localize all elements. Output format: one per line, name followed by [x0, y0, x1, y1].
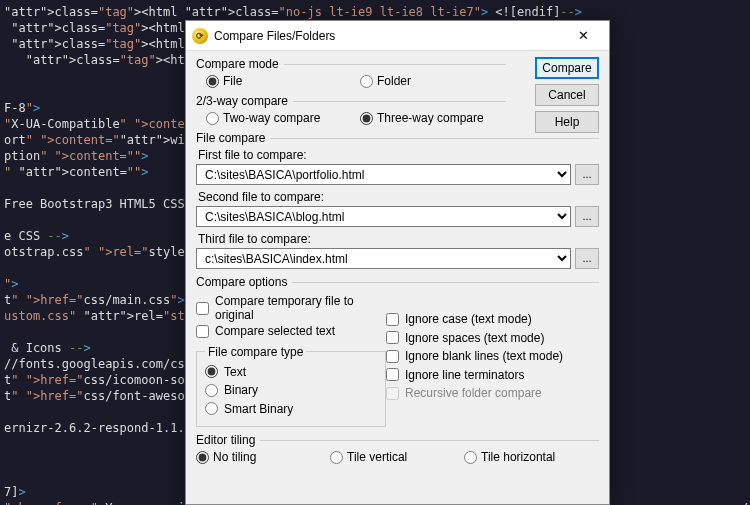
first-file-browse-button[interactable]: ... — [575, 164, 599, 185]
ignore-case-checkbox[interactable] — [386, 313, 399, 326]
cancel-button[interactable]: Cancel — [535, 84, 599, 106]
second-file-browse-button[interactable]: ... — [575, 206, 599, 227]
ignore-blank-checkbox[interactable] — [386, 350, 399, 363]
titlebar: ⟳ Compare Files/Folders ✕ — [186, 21, 609, 51]
type-text-radio[interactable] — [205, 365, 218, 378]
third-file-input[interactable]: c:\sites\BASICA\index.html — [196, 248, 571, 269]
mode-folder-radio[interactable] — [360, 75, 373, 88]
editor-tiling-label: Editor tiling — [196, 433, 260, 447]
selected-text-checkbox[interactable] — [196, 325, 209, 338]
second-file-label: Second file to compare: — [198, 190, 599, 204]
first-file-input[interactable]: C:\sites\BASICA\portfolio.html — [196, 164, 571, 185]
app-icon: ⟳ — [192, 28, 208, 44]
tiling-vertical-radio[interactable] — [330, 451, 343, 464]
file-compare-type-group: File compare type Text Binary Smart Bina… — [196, 345, 386, 428]
tiling-none-radio[interactable] — [196, 451, 209, 464]
compare-options-label: Compare options — [196, 275, 292, 289]
dialog-button-column: Compare Cancel Help — [535, 57, 599, 138]
mode-file-radio[interactable] — [206, 75, 219, 88]
temp-file-checkbox[interactable] — [196, 302, 209, 315]
type-binary-radio[interactable] — [205, 384, 218, 397]
type-smart-radio[interactable] — [205, 402, 218, 415]
help-button[interactable]: Help — [535, 111, 599, 133]
three-way-radio[interactable] — [360, 112, 373, 125]
close-icon[interactable]: ✕ — [563, 22, 603, 50]
compare-mode-label: Compare mode — [196, 57, 284, 71]
file-compare-label: File compare — [196, 131, 270, 145]
ignore-terminators-checkbox[interactable] — [386, 368, 399, 381]
third-file-browse-button[interactable]: ... — [575, 248, 599, 269]
third-file-label: Third file to compare: — [198, 232, 599, 246]
file-compare-type-label: File compare type — [205, 345, 306, 359]
compare-button[interactable]: Compare — [535, 57, 599, 79]
compare-dialog: ⟳ Compare Files/Folders ✕ Compare Cancel… — [185, 20, 610, 505]
way-label: 2/3-way compare — [196, 94, 293, 108]
recursive-checkbox — [386, 387, 399, 400]
first-file-label: First file to compare: — [198, 148, 599, 162]
second-file-input[interactable]: C:\sites\BASICA\blog.html — [196, 206, 571, 227]
tiling-horizontal-radio[interactable] — [464, 451, 477, 464]
dialog-title: Compare Files/Folders — [214, 29, 563, 43]
ignore-spaces-checkbox[interactable] — [386, 331, 399, 344]
two-way-radio[interactable] — [206, 112, 219, 125]
